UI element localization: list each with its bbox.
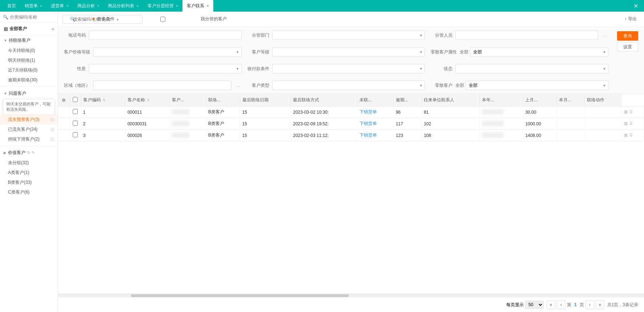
close-customer-contact[interactable]: ×: [206, 4, 209, 8]
zero-customer-select[interactable]: 全部: [466, 81, 608, 90]
row-actions: ⌘ ⠿: [621, 106, 644, 118]
first-page-btn[interactable]: «: [547, 300, 555, 309]
customer-level-select[interactable]: [272, 47, 425, 57]
info-icon-churned: ⓘ: [51, 127, 54, 132]
region-input[interactable]: [93, 81, 232, 90]
sidebar-item-today-pending[interactable]: 今天待联络(0): [0, 46, 58, 56]
refresh-icon[interactable]: ↻: [27, 150, 30, 155]
per-page-select[interactable]: 50 100 200: [525, 301, 544, 309]
horizontal-scrollbar[interactable]: [58, 293, 644, 297]
sidebar-item-7day-pending[interactable]: 近7天待联络(0): [0, 65, 58, 75]
action-link-icon[interactable]: ⌘: [624, 110, 628, 115]
status-select[interactable]: [455, 64, 608, 73]
filter-nature: 性质 ▼: [64, 64, 242, 73]
customer-type-select[interactable]: [272, 81, 425, 90]
sidebar-group-value[interactable]: ▶ 价值客户 ↻ ✎: [0, 147, 58, 158]
my-customers-checkbox-label[interactable]: 我分管的客户: [126, 16, 227, 22]
col-contact[interactable]: 联络...: [206, 94, 240, 106]
nav-customer-contact[interactable]: 客户联系 ×: [182, 0, 213, 12]
action-link-icon[interactable]: ⌘: [624, 121, 628, 126]
col-this-year[interactable]: 本年...: [479, 94, 523, 106]
col-name[interactable]: 客户名称 ⇅: [125, 94, 169, 106]
sidebar-item-ungrouped[interactable]: 未分组(32): [0, 158, 58, 168]
close-sales-order[interactable]: ×: [40, 4, 42, 8]
sidebar-group-pending[interactable]: ▼ 待联络客户: [0, 35, 58, 46]
col-checkbox[interactable]: [70, 94, 81, 106]
sidebar-search-input[interactable]: [10, 15, 58, 20]
nature-select[interactable]: [89, 64, 242, 73]
nav-customer-segmentation[interactable]: 客户分层经营 ×: [143, 0, 182, 12]
col-contact-person[interactable]: 往来单位联系人: [422, 94, 479, 106]
col-settings[interactable]: ⚙: [58, 94, 70, 106]
payment-select[interactable]: [272, 64, 425, 73]
sidebar-group-problem[interactable]: ▼ 问题客户: [0, 88, 58, 99]
col-last-method[interactable]: 最后联络方式: [291, 94, 357, 106]
more-conditions-btn[interactable]: ▼ 更多条件 ▲: [88, 15, 122, 24]
close-product-analysis-list[interactable]: ×: [136, 4, 138, 8]
sidebar-group-value-label: 价值客户: [8, 150, 25, 156]
more-conditions-chevron: ▲: [116, 17, 119, 21]
col-last-date[interactable]: 最后联络日期: [240, 94, 291, 106]
region-more-btn[interactable]: …: [234, 81, 242, 89]
scrollbar-thumb[interactable]: [131, 294, 349, 297]
sidebar-item-tomorrow-pending[interactable]: 明天待联络(1): [0, 56, 58, 65]
sidebar-item-class-a[interactable]: A类客户(1): [0, 168, 58, 178]
col-overdue[interactable]: 逾期...: [393, 94, 421, 106]
row-checkbox[interactable]: [73, 121, 78, 126]
sidebar-item-churn-warning[interactable]: 流失预警客户(3) ⓘ: [0, 115, 58, 125]
row-index: 3: [81, 130, 125, 141]
col-uncontacted[interactable]: 未联...: [357, 94, 393, 106]
close-customer-segmentation[interactable]: ×: [176, 4, 178, 8]
prev-page-btn[interactable]: ‹: [557, 300, 565, 309]
table-row: 3 000026 姓名数据 B类客户 15 2023-02-03 11:12: …: [58, 130, 644, 141]
phone-input[interactable]: [89, 31, 242, 40]
sidebar-item-class-c[interactable]: C类客户(6): [0, 187, 58, 197]
row-actions: ⌘ ⠿: [621, 130, 644, 141]
row-last-method[interactable]: 下销货单: [357, 106, 393, 118]
settings-button[interactable]: 设置: [617, 42, 638, 52]
action-more-icon[interactable]: ⠿: [629, 121, 633, 126]
sidebar-item-class-b[interactable]: B类客户(33): [0, 178, 58, 187]
last-page-btn[interactable]: »: [596, 300, 604, 309]
arrow-value: ▶: [4, 151, 7, 155]
window-close-button[interactable]: ✕: [631, 3, 641, 9]
dept-select[interactable]: [272, 31, 425, 40]
export-button[interactable]: ↑ 导出: [621, 15, 640, 24]
row-checkbox[interactable]: [73, 109, 78, 114]
action-link-icon[interactable]: ⌘: [624, 133, 628, 138]
nav-purchase-order[interactable]: 进货单 ×: [47, 0, 73, 12]
table-area: ⚙ 客户编码 ⇅ 客户名称 ⇅ 客户... 联络... 最后联络日期 最后联络方…: [58, 94, 644, 293]
manager-more-btn[interactable]: …: [601, 31, 608, 39]
main-layout: 🔍 ⊞ 全部客户 « ▼ 待联络客户 今天待联络(0) 明天待联络(1) 近7天…: [0, 12, 644, 312]
sidebar-item-overdue-pending[interactable]: 逾期未联络(30): [0, 75, 58, 85]
top-navigation: 首页 销货单 × 进货单 × 商品分析 × 商品分析列表 × 客户分层经营 × …: [0, 0, 644, 12]
row-checkbox[interactable]: [73, 132, 78, 137]
nav-product-analysis-list[interactable]: 商品分析列表 ×: [104, 0, 143, 12]
sidebar-item-churned[interactable]: 已流失客户(24) ⓘ: [0, 125, 58, 134]
select-all-checkbox[interactable]: [73, 97, 78, 102]
manager-input[interactable]: [455, 31, 598, 40]
my-customers-checkbox[interactable]: [126, 17, 199, 22]
nav-product-analysis[interactable]: 商品分析 ×: [73, 0, 104, 12]
close-product-analysis[interactable]: ×: [97, 4, 99, 8]
action-more-icon[interactable]: ⠿: [629, 110, 633, 115]
sidebar-collapse-icon[interactable]: «: [52, 27, 54, 32]
col-this-month[interactable]: 本月...: [557, 94, 585, 106]
col-code[interactable]: 客户编码 ⇅: [81, 94, 125, 106]
zero-attr-select[interactable]: 全部: [470, 47, 608, 57]
col-type[interactable]: 客户...: [169, 94, 206, 106]
close-purchase-order[interactable]: ×: [66, 4, 68, 8]
row-last-method[interactable]: 下销货单: [357, 130, 393, 141]
row-last-method[interactable]: 下销货单: [357, 118, 393, 130]
sidebar-item-declining[interactable]: 持续下滑客户(2) ⓘ: [0, 134, 58, 144]
edit-value-icon[interactable]: ✎: [32, 150, 35, 155]
action-more-icon[interactable]: ⠿: [629, 133, 633, 138]
query-button[interactable]: 查询: [617, 31, 638, 41]
price-level-select[interactable]: [93, 47, 242, 57]
nav-sales-order[interactable]: 销货单 ×: [20, 0, 47, 12]
next-page-btn[interactable]: ›: [585, 300, 594, 309]
nav-home[interactable]: 首页: [3, 0, 20, 12]
col-last-month[interactable]: 上月...: [523, 94, 557, 106]
sidebar-all-customers-label[interactable]: 全部客户: [9, 26, 27, 32]
row-this-month: [585, 130, 621, 141]
